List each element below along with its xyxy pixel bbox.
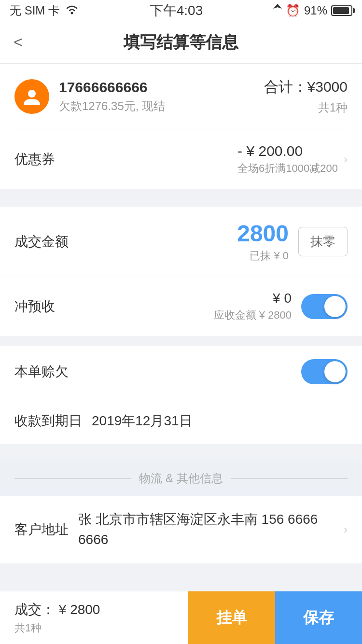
coupon-info: - ¥ 200.00 全场6折满1000减200 bbox=[237, 143, 338, 176]
location-icon bbox=[273, 4, 282, 17]
debt-toggle-knob bbox=[324, 361, 346, 382]
customer-left: 17666666666 欠款1276.35元, 现结 bbox=[14, 79, 165, 114]
address-label: 客户地址 bbox=[14, 520, 69, 539]
sim-label: 无 SIM 卡 bbox=[10, 3, 60, 18]
status-right: ⏰ 91% bbox=[273, 4, 352, 17]
address-section: 客户地址 张 北京市市辖区海淀区永丰南 156 6666 6666 › bbox=[0, 496, 362, 563]
pre-collection-label: 冲预收 bbox=[14, 297, 55, 316]
hold-button[interactable]: 挂单 bbox=[188, 591, 275, 644]
bottom-summary-main: 成交： ¥ 2800 bbox=[14, 601, 174, 619]
nav-bar: < 填写结算等信息 bbox=[0, 21, 362, 64]
customer-info: 17666666666 欠款1276.35元, 现结 bbox=[59, 79, 165, 114]
coupon-right: - ¥ 200.00 全场6折满1000减200 › bbox=[237, 143, 348, 176]
address-row[interactable]: 客户地址 张 北京市市辖区海淀区永丰南 156 6666 6666 › bbox=[0, 496, 362, 563]
debt-row: 本单赊欠 bbox=[0, 346, 362, 398]
pre-collection-toggle[interactable] bbox=[301, 294, 348, 319]
pre-amount: ¥ 0 bbox=[214, 291, 292, 306]
page-title: 填写结算等信息 bbox=[124, 31, 238, 54]
bottom-summary: 成交： ¥ 2800 共1种 bbox=[0, 601, 188, 635]
section-divider-text: 物流 & 其他信息 bbox=[131, 471, 230, 486]
toggle-knob bbox=[324, 296, 346, 317]
section-divider: 物流 & 其他信息 bbox=[0, 461, 362, 496]
gray-divider-1 bbox=[0, 197, 362, 207]
customer-phone: 17666666666 bbox=[59, 79, 165, 96]
round-button[interactable]: 抹零 bbox=[298, 227, 348, 256]
content: 17666666666 欠款1276.35元, 现结 合计：¥3000 共1种 … bbox=[0, 64, 362, 644]
transaction-value: 2800 bbox=[237, 220, 289, 247]
back-button[interactable]: < bbox=[14, 33, 23, 51]
customer-sub: 欠款1276.35元, 现结 bbox=[59, 98, 165, 114]
chevron-right-icon: › bbox=[344, 153, 348, 166]
bottom-summary-sub: 共1种 bbox=[14, 621, 174, 635]
pre-collection-row: 冲预收 ¥ 0 应收金额 ¥ 2800 bbox=[0, 277, 362, 336]
amount-value-group: 2800 已抹 ¥ 0 bbox=[237, 220, 289, 263]
amount-row: 成交金额 2800 已抹 ¥ 0 抹零 bbox=[0, 207, 362, 277]
debt-section: 本单赊欠 收款到期日 2019年12月31日 bbox=[0, 346, 362, 444]
total-amount: 合计：¥3000 bbox=[264, 77, 348, 97]
save-button[interactable]: 保存 bbox=[275, 591, 362, 644]
wifi-icon bbox=[65, 4, 79, 17]
coupon-desc: 全场6折满1000减200 bbox=[237, 161, 338, 176]
battery-percent: 91% bbox=[304, 4, 327, 17]
svg-point-1 bbox=[28, 90, 36, 98]
pre-amount-group: ¥ 0 应收金额 ¥ 2800 bbox=[214, 291, 292, 322]
transaction-sub: 已抹 ¥ 0 bbox=[237, 249, 289, 263]
debt-toggle[interactable] bbox=[301, 359, 348, 384]
customer-section: 17666666666 欠款1276.35元, 现结 合计：¥3000 共1种 … bbox=[0, 64, 362, 189]
coupon-amount: - ¥ 200.00 bbox=[237, 143, 338, 159]
due-date-label: 收款到期日 bbox=[14, 412, 82, 430]
battery-icon bbox=[331, 5, 352, 16]
address-chevron-icon: › bbox=[344, 523, 348, 536]
bottom-bar: 成交： ¥ 2800 共1种 挂单 保存 bbox=[0, 591, 362, 644]
amount-label: 成交金额 bbox=[14, 233, 69, 251]
amount-section: 成交金额 2800 已抹 ¥ 0 抹零 冲预收 ¥ 0 应收金额 ¥ 2800 bbox=[0, 207, 362, 336]
status-time: 下午4:03 bbox=[150, 1, 203, 20]
due-date-value: 2019年12月31日 bbox=[92, 412, 193, 430]
customer-right: 合计：¥3000 共1种 bbox=[264, 77, 348, 115]
date-row: 收款到期日 2019年12月31日 bbox=[0, 398, 362, 444]
coupon-row[interactable]: 优惠券 - ¥ 200.00 全场6折满1000减200 › bbox=[0, 129, 362, 189]
gray-divider-2 bbox=[0, 336, 362, 346]
svg-point-0 bbox=[71, 12, 73, 14]
total-count: 共1种 bbox=[264, 100, 348, 115]
pre-collection-right: ¥ 0 应收金额 ¥ 2800 bbox=[214, 291, 348, 322]
status-left: 无 SIM 卡 bbox=[10, 3, 79, 18]
coupon-label: 优惠券 bbox=[14, 150, 55, 168]
debt-label: 本单赊欠 bbox=[14, 363, 69, 381]
amount-right: 2800 已抹 ¥ 0 抹零 bbox=[237, 220, 348, 263]
address-value: 张 北京市市辖区海淀区永丰南 156 6666 6666 bbox=[78, 509, 344, 550]
status-bar: 无 SIM 卡 下午4:03 ⏰ 91% bbox=[0, 0, 362, 21]
gray-divider-3 bbox=[0, 451, 362, 461]
avatar bbox=[14, 79, 49, 114]
clock-icon: ⏰ bbox=[286, 4, 300, 17]
customer-row: 17666666666 欠款1276.35元, 现结 合计：¥3000 共1种 bbox=[0, 64, 362, 129]
pre-sub: 应收金额 ¥ 2800 bbox=[214, 308, 292, 322]
